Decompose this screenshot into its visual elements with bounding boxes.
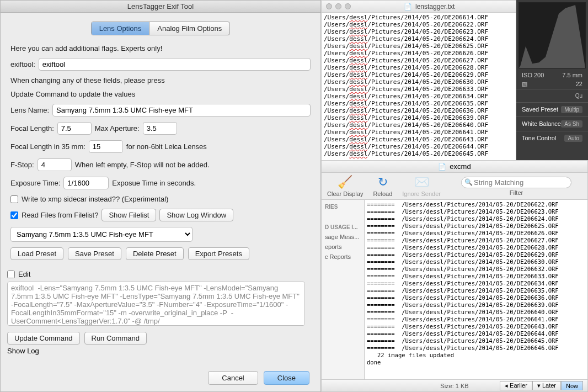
reload-button[interactable]: ↻ Reload: [373, 175, 392, 197]
search-icon: 🔍: [464, 178, 473, 186]
focal35-label: Focal Length in 35 mm:: [10, 142, 85, 151]
command-text: [7, 282, 305, 326]
exptime-label: Exposure Time:: [10, 179, 60, 187]
later-button[interactable]: ▾ Later: [532, 381, 561, 390]
saved-preset-label: Saved Preset: [522, 106, 558, 113]
side-sage[interactable]: sage Mess...: [322, 232, 364, 242]
side-usage: D USAGE I...: [322, 223, 364, 232]
focal-input[interactable]: [57, 122, 92, 135]
close-button[interactable]: Close: [264, 371, 309, 385]
xmp-checkbox[interactable]: [10, 195, 18, 203]
histogram: [518, 2, 586, 68]
reload-icon: ↻: [378, 175, 388, 189]
console-filename: excmd: [450, 162, 471, 171]
exiftool-label: exiftool:: [10, 60, 35, 68]
lensname-label: Lens Name:: [10, 106, 49, 114]
filelist-checkbox[interactable]: [10, 211, 18, 219]
run-command-button[interactable]: Run Command: [84, 332, 147, 345]
focal-label: Focal Length:: [10, 124, 54, 133]
tab-analog-film[interactable]: Analog Film Options: [149, 22, 229, 35]
filelist-label: Read Files from Filelist?: [22, 211, 98, 219]
document-icon: 📄: [404, 3, 412, 10]
fstop-input[interactable]: [38, 158, 72, 171]
textdoc-window: 📄 lenstagger.txt /Users/dessl/Pictures/2…: [321, 0, 516, 163]
traffic-lights[interactable]: [326, 3, 351, 9]
side-reports[interactable]: eports: [322, 242, 364, 252]
update-command-button[interactable]: Update Command: [7, 332, 80, 345]
broom-icon: 🧹: [338, 175, 352, 189]
textdoc-filename: lenstagger.txt: [415, 3, 455, 10]
fstop-suffix: When left empty, F-Stop will not be adde…: [75, 161, 210, 169]
load-preset-button[interactable]: Load Preset: [10, 247, 63, 260]
mm-label: 7.5 mm: [562, 72, 582, 78]
now-button[interactable]: Now: [561, 381, 583, 390]
edit-checkbox[interactable]: [7, 271, 15, 278]
ignore-sender-button: ✉️ Ignore Sender: [402, 175, 441, 197]
envelope-icon: ✉️: [414, 175, 429, 189]
auto-pill[interactable]: Auto: [564, 135, 582, 142]
console-window: 📄 excmd 🧹 Clear Display ↻ Reload ✉️ Igno…: [321, 160, 588, 392]
focal35-input[interactable]: [89, 140, 123, 153]
textdoc-content: /Users/dessl/Pictures/2014/05-20/DE20661…: [322, 13, 516, 158]
delete-preset-button[interactable]: Delete Preset: [126, 247, 184, 260]
edit-label: Edit: [18, 270, 30, 278]
filter-input[interactable]: [461, 177, 571, 188]
textdoc-titlebar: 📄 lenstagger.txt: [322, 1, 516, 13]
maxap-label: Max Aperture:: [95, 124, 140, 133]
console-toolbar: 🧹 Clear Display ↻ Reload ✉️ Ignore Sende…: [322, 173, 587, 200]
show-log-link[interactable]: Show Log: [7, 347, 314, 355]
clear-display-button[interactable]: 🧹 Clear Display: [327, 175, 363, 197]
dialog-title: LensTagger Exif Tool: [1, 1, 320, 13]
focal35-suffix: for non-6bit Leica Lenses: [126, 142, 207, 151]
tab-lens-options[interactable]: Lens Options: [92, 22, 149, 35]
lightroom-panel: ISO 200 7.5 mm ▧22 Qu Saved PresetMultip…: [516, 0, 588, 163]
side-creports[interactable]: c Reports: [322, 252, 364, 262]
exptime-suffix: Exposue Time in seconds.: [112, 179, 196, 187]
badge-icon: ▧: [522, 81, 527, 88]
show-log-window-button[interactable]: Show Log Window: [159, 209, 233, 221]
segmented-tabs: Lens Options Analog Film Options: [91, 22, 231, 35]
wb-label: White Balance: [522, 120, 561, 128]
lenstagger-dialog: LensTagger Exif Tool Lens Options Analog…: [0, 0, 321, 392]
intro-text: Here you can add additional flags. Exper…: [10, 44, 311, 52]
maxap-input[interactable]: [143, 122, 177, 135]
exptime-input[interactable]: [63, 177, 109, 189]
badge-value: 22: [576, 81, 582, 88]
assh-pill[interactable]: As Sh: [561, 120, 582, 128]
show-filelist-button[interactable]: Show Filelist: [101, 209, 156, 221]
tone-label: Tone Control: [522, 135, 556, 142]
export-presets-button[interactable]: Export Presets: [188, 247, 249, 260]
console-sidebar: RIES D USAGE I... sage Mess... eports c …: [322, 200, 365, 379]
fstop-label: F-Stop:: [10, 161, 34, 169]
preset-select[interactable]: Samyang 7.5mm 1:3.5 UMC Fish-eye MFT: [10, 227, 193, 242]
qu-label: Qu: [575, 93, 582, 99]
nav-buttons: ◂ Earlier ▾ Later Now: [500, 381, 583, 390]
side-ries: RIES: [322, 202, 364, 211]
earlier-button[interactable]: ◂ Earlier: [500, 381, 532, 390]
xmp-label: Write to xmp sidecar instead?? (Experime…: [22, 195, 168, 203]
exiftool-input[interactable]: [39, 58, 311, 71]
console-statusbar: Size: 1 KB ◂ Earlier ▾ Later Now: [322, 379, 587, 391]
document-icon: 📄: [438, 163, 446, 171]
console-titlebar: 📄 excmd: [322, 161, 587, 173]
multi-pill[interactable]: Multip: [561, 106, 582, 113]
save-preset-button[interactable]: Save Preset: [68, 247, 121, 260]
change-note2: Update Command to update the values: [10, 90, 311, 98]
console-log: ======== /Users/dessl/Pictures/2014/05-2…: [365, 200, 587, 379]
iso-label: ISO 200: [522, 72, 544, 78]
cancel-button[interactable]: Cancel: [208, 371, 258, 385]
size-label: Size: 1 KB: [440, 383, 468, 389]
change-note1: When changing any of these fields, pleas…: [10, 76, 311, 84]
lensname-input[interactable]: [52, 104, 311, 116]
filter-label: Filter: [510, 189, 523, 196]
